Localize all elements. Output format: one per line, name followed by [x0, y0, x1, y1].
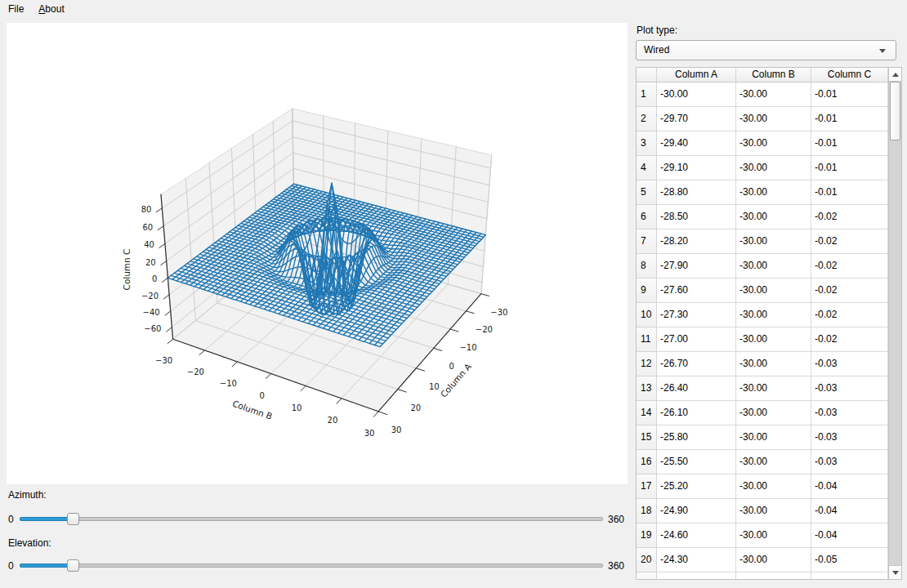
table-cell[interactable]: -0.02 — [811, 327, 888, 352]
corner-header-cell[interactable] — [637, 68, 657, 82]
table-cell[interactable]: -0.01 — [811, 82, 888, 107]
table-cell[interactable]: -27.00 — [657, 327, 736, 352]
table-cell[interactable]: -28.80 — [657, 180, 736, 205]
row-number-header[interactable]: 20 — [637, 548, 657, 572]
table-cell[interactable]: -30.00 — [736, 474, 811, 499]
table-cell[interactable]: -30.00 — [736, 229, 811, 254]
table-cell[interactable]: -0.04 — [811, 523, 888, 548]
table-cell[interactable]: -27.60 — [657, 278, 736, 303]
table-cell[interactable]: -30.00 — [736, 303, 811, 327]
plot-canvas[interactable]: −30−20−100102030−30−20−100102030−60−40−2… — [7, 23, 628, 484]
table-cell[interactable]: -0.02 — [811, 254, 888, 278]
table-cell[interactable]: -30.00 — [736, 401, 811, 425]
row-number-header[interactable]: 8 — [637, 254, 657, 278]
scroll-down-button[interactable] — [889, 565, 901, 579]
table-cell[interactable]: -26.40 — [657, 376, 736, 401]
menu-item-about[interactable]: About — [31, 1, 71, 17]
table-cell[interactable]: -30.00 — [736, 523, 811, 548]
table-cell[interactable]: -30.00 — [736, 450, 811, 474]
table-cell[interactable]: -30.00 — [736, 180, 811, 205]
table-cell[interactable]: -0.03 — [811, 401, 888, 425]
table-cell[interactable]: -26.10 — [657, 401, 736, 425]
column-header-c[interactable]: Column C — [811, 68, 888, 82]
scrollbar-thumb[interactable] — [890, 82, 900, 140]
table-cell[interactable]: -0.01 — [811, 156, 888, 180]
table-cell[interactable]: -24.90 — [657, 499, 736, 523]
table-cell[interactable]: -0.01 — [811, 107, 888, 131]
table-cell[interactable] — [811, 572, 888, 580]
table-cell[interactable]: -27.90 — [657, 254, 736, 278]
row-number-header[interactable]: 9 — [637, 278, 657, 303]
row-number-header[interactable]: 11 — [637, 327, 657, 352]
table-cell[interactable]: -25.20 — [657, 474, 736, 499]
table-cell[interactable]: -30.00 — [736, 205, 811, 229]
row-number-header[interactable]: 19 — [637, 523, 657, 548]
table-cell[interactable]: -24.60 — [657, 523, 736, 548]
row-number-header[interactable]: 6 — [637, 205, 657, 229]
table-cell[interactable]: -25.80 — [657, 425, 736, 450]
row-number-header[interactable]: 15 — [637, 425, 657, 450]
column-header-a[interactable]: Column A — [657, 68, 736, 82]
table-cell[interactable]: -29.40 — [657, 131, 736, 156]
table-cell[interactable]: -30.00 — [736, 327, 811, 352]
azimuth-slider-handle[interactable] — [67, 513, 79, 525]
table-cell[interactable]: -30.00 — [736, 254, 811, 278]
plot-type-combobox[interactable]: Wired — [636, 40, 896, 60]
table-cell[interactable]: -0.02 — [811, 205, 888, 229]
row-number-header[interactable]: 13 — [637, 376, 657, 401]
row-number-header[interactable]: 2 — [637, 107, 657, 131]
table-cell[interactable]: -0.03 — [811, 425, 888, 450]
table-cell[interactable]: -30.00 — [736, 156, 811, 180]
table-cell[interactable]: -29.70 — [657, 107, 736, 131]
table-cell[interactable]: -0.05 — [811, 548, 888, 572]
table-cell[interactable]: -28.20 — [657, 229, 736, 254]
table-cell[interactable]: -30.00 — [736, 107, 811, 131]
table-cell[interactable]: -30.00 — [736, 352, 811, 376]
row-number-header[interactable]: 7 — [637, 229, 657, 254]
table-cell[interactable]: -26.70 — [657, 352, 736, 376]
table-cell[interactable]: -0.03 — [811, 352, 888, 376]
table-cell[interactable]: -30.00 — [736, 548, 811, 572]
scroll-up-button[interactable] — [889, 68, 901, 82]
table-cell[interactable]: -30.00 — [736, 425, 811, 450]
elevation-slider-track[interactable] — [20, 564, 603, 568]
row-number-header[interactable]: 3 — [637, 131, 657, 156]
row-number-header[interactable] — [637, 572, 657, 580]
table-cell[interactable]: -30.00 — [736, 499, 811, 523]
table-cell[interactable]: -30.00 — [736, 82, 811, 107]
table-cell[interactable]: -0.02 — [811, 303, 888, 327]
table-cell[interactable]: -30.00 — [657, 82, 736, 107]
table-cell[interactable]: -30.00 — [736, 131, 811, 156]
elevation-slider-handle[interactable] — [67, 559, 79, 572]
table-cell[interactable]: -29.10 — [657, 156, 736, 180]
table-cell[interactable] — [736, 572, 811, 580]
table-cell[interactable]: -0.01 — [811, 131, 888, 156]
table-cell[interactable]: -0.04 — [811, 474, 888, 499]
row-number-header[interactable]: 14 — [637, 401, 657, 425]
table-cell[interactable]: -0.04 — [811, 499, 888, 523]
table-cell[interactable]: -0.03 — [811, 450, 888, 474]
table-cell[interactable]: -0.02 — [811, 278, 888, 303]
row-number-header[interactable]: 1 — [637, 82, 657, 107]
azimuth-slider-track[interactable] — [20, 517, 603, 521]
table-cell[interactable]: -0.03 — [811, 376, 888, 401]
table-cell[interactable]: -28.50 — [657, 205, 736, 229]
table-cell[interactable]: -27.30 — [657, 303, 736, 327]
table-cell[interactable]: -24.30 — [657, 548, 736, 572]
table-cell[interactable]: -0.02 — [811, 229, 888, 254]
column-header-b[interactable]: Column B — [736, 68, 811, 82]
row-number-header[interactable]: 18 — [637, 499, 657, 523]
row-number-header[interactable]: 16 — [637, 450, 657, 474]
table-cell[interactable] — [657, 572, 736, 580]
row-number-header[interactable]: 10 — [637, 303, 657, 327]
row-number-header[interactable]: 4 — [637, 156, 657, 180]
row-number-header[interactable]: 17 — [637, 474, 657, 499]
row-number-header[interactable]: 5 — [637, 180, 657, 205]
row-number-header[interactable]: 12 — [637, 352, 657, 376]
menu-item-file[interactable]: File — [1, 1, 31, 17]
table-cell[interactable]: -30.00 — [736, 376, 811, 401]
table-cell[interactable]: -25.50 — [657, 450, 736, 474]
table-cell[interactable]: -30.00 — [736, 278, 811, 303]
table-cell[interactable]: -0.01 — [811, 180, 888, 205]
vertical-scrollbar[interactable] — [888, 68, 901, 579]
